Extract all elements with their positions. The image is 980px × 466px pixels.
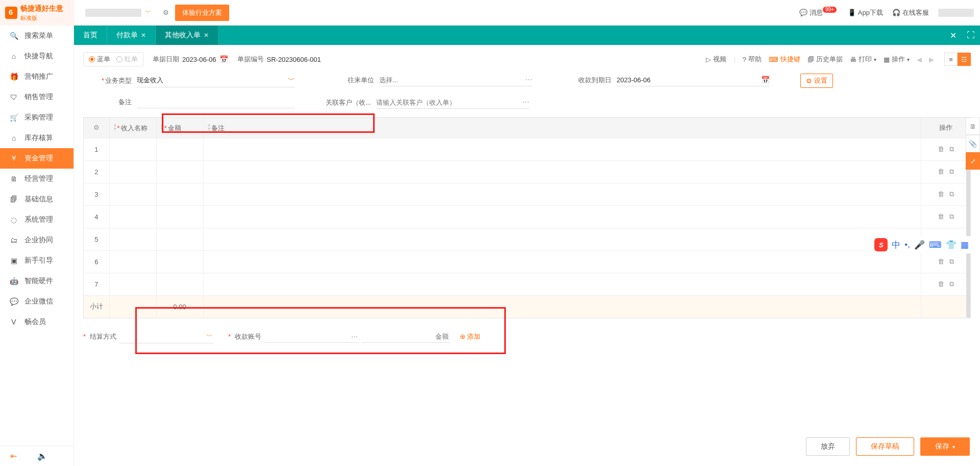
copy-icon[interactable]: ⧉ bbox=[949, 213, 954, 221]
nav-quick[interactable]: ⌂快捷导航 bbox=[0, 46, 74, 66]
nav-hardware[interactable]: 🤖智能硬件 bbox=[0, 271, 74, 291]
table-row[interactable]: 2🗑⧉ bbox=[84, 160, 970, 183]
nav-funds[interactable]: ￥资金管理 bbox=[0, 148, 74, 169]
table-row[interactable]: 5🗑⧉ bbox=[84, 228, 970, 250]
app-download-link[interactable]: 📱App下载 bbox=[848, 8, 883, 17]
copy-icon[interactable]: ⧉ bbox=[949, 145, 954, 153]
team-icon: 🗂 bbox=[9, 236, 18, 245]
company-selector[interactable]: ﹀ bbox=[80, 6, 157, 19]
calendar-icon[interactable]: 📅 bbox=[761, 76, 770, 84]
add-settlement-button[interactable]: ⊕添加 bbox=[460, 332, 480, 341]
radio-red[interactable]: 红单 bbox=[116, 55, 138, 64]
delete-icon[interactable]: 🗑 bbox=[938, 168, 944, 176]
rel-customer-input[interactable] bbox=[376, 99, 522, 106]
discard-button[interactable]: 放弃 bbox=[806, 437, 850, 456]
more-icon[interactable]: ⋯ bbox=[351, 333, 358, 340]
ime-punct-icon[interactable]: •, bbox=[904, 240, 910, 250]
history-link[interactable]: 🗐历史单据 bbox=[807, 55, 843, 64]
more-icon[interactable]: ⋯ bbox=[522, 98, 529, 106]
fullscreen-icon[interactable]: ⛶ bbox=[962, 31, 980, 40]
close-icon[interactable]: ✕ bbox=[141, 32, 146, 39]
settle-account-input[interactable] bbox=[265, 333, 351, 340]
shortcut-link[interactable]: ⌨快捷键 bbox=[769, 55, 800, 64]
sound-icon[interactable]: 🔈 bbox=[37, 451, 47, 461]
table-row[interactable]: 7🗑⧉ bbox=[84, 273, 970, 295]
delete-icon[interactable]: 🗑 bbox=[938, 190, 944, 198]
collapse-icon[interactable]: ⇤ bbox=[10, 451, 17, 461]
copy-icon[interactable]: ⧉ bbox=[949, 280, 954, 288]
close-icon[interactable]: ✕ bbox=[204, 32, 209, 39]
delete-icon[interactable]: 🗑 bbox=[938, 280, 944, 288]
table-row[interactable]: 1🗑⧉ bbox=[84, 138, 970, 160]
copy-icon[interactable]: ⧉ bbox=[949, 258, 954, 266]
settings-button[interactable]: ⚙设置 bbox=[800, 74, 833, 88]
ime-toolbox-icon[interactable]: ▦ bbox=[961, 240, 969, 250]
table-row[interactable]: 6🗑⧉ bbox=[84, 250, 970, 273]
calendar-icon[interactable]: 📅 bbox=[219, 55, 228, 63]
view-detail[interactable]: ☲ bbox=[958, 53, 971, 66]
help-link[interactable]: ?帮助 bbox=[743, 55, 762, 64]
nav-basic[interactable]: 🗐基础信息 bbox=[0, 189, 74, 209]
prev-icon[interactable]: ◀ bbox=[917, 56, 922, 63]
nav-ops[interactable]: 🗎经营管理 bbox=[0, 169, 74, 189]
ime-lang[interactable]: 中 bbox=[892, 239, 900, 251]
rail-expand-icon[interactable]: ⤢ bbox=[966, 152, 980, 170]
nav-coop[interactable]: 🗂企业协同 bbox=[0, 230, 74, 250]
delete-icon[interactable]: 🗑 bbox=[938, 258, 944, 266]
chevron-down-icon[interactable]: ﹀ bbox=[288, 76, 295, 85]
nav-guide[interactable]: ▣新手引导 bbox=[0, 250, 74, 271]
ime-keyboard-icon[interactable]: ⌨ bbox=[929, 240, 942, 250]
col-amount[interactable]: ▴▾*金额 bbox=[156, 118, 203, 138]
nav-purchase[interactable]: 🛒采购管理 bbox=[0, 107, 74, 128]
nav-search[interactable]: 🔍搜索菜单 bbox=[0, 26, 74, 46]
gear-icon[interactable]: ⚙ bbox=[93, 124, 100, 131]
video-link[interactable]: ▷视频 bbox=[706, 55, 726, 64]
save-button[interactable]: 保存▾ bbox=[920, 437, 970, 456]
nav-marketing[interactable]: 🎁营销推广 bbox=[0, 66, 74, 87]
nav-sales[interactable]: 🛡销售管理 bbox=[0, 87, 74, 107]
partner-input[interactable] bbox=[379, 76, 525, 84]
nav-wechat[interactable]: 💬企业微信 bbox=[0, 291, 74, 312]
table-row[interactable]: 4🗑⧉ bbox=[84, 205, 970, 228]
more-icon[interactable]: ⋯ bbox=[525, 76, 532, 84]
support-link[interactable]: 🎧在线客服 bbox=[892, 8, 929, 17]
save-draft-button[interactable]: 保存草稿 bbox=[856, 437, 914, 456]
rail-attach-icon[interactable]: 📎 bbox=[966, 135, 980, 152]
keyboard-icon: ⌨ bbox=[769, 56, 778, 63]
ime-skin-icon[interactable]: 👕 bbox=[946, 240, 957, 250]
bot-icon: 🤖 bbox=[9, 276, 18, 286]
chevron-down-icon[interactable]: ﹀ bbox=[206, 332, 213, 341]
nav-stock[interactable]: ⌂库存核算 bbox=[0, 128, 74, 148]
due-date-input[interactable] bbox=[617, 76, 761, 84]
delete-icon[interactable]: 🗑 bbox=[938, 213, 944, 221]
delete-icon[interactable]: 🗑 bbox=[938, 145, 944, 153]
view-list[interactable]: ≡ bbox=[944, 53, 958, 66]
col-income-name[interactable]: ▴▾*收入名称 bbox=[109, 118, 156, 138]
try-plan-button[interactable]: 体验行业方案 bbox=[175, 5, 229, 21]
nav-system[interactable]: ◌系统管理 bbox=[0, 209, 74, 230]
copy-icon[interactable]: ⧉ bbox=[949, 190, 954, 198]
rail-note-icon[interactable]: 🗎 bbox=[966, 118, 980, 135]
remark-input[interactable] bbox=[137, 98, 295, 106]
ime-mic-icon[interactable]: 🎤 bbox=[914, 240, 925, 250]
tab-other-income[interactable]: 其他收入单✕ bbox=[156, 26, 218, 45]
settle-method-input[interactable] bbox=[120, 333, 206, 340]
settle-amount-input[interactable] bbox=[363, 333, 449, 340]
tab-payment[interactable]: 付款单✕ bbox=[107, 26, 156, 45]
gear-icon[interactable]: ⚙ bbox=[163, 9, 169, 16]
radio-blue[interactable]: 蓝单 bbox=[89, 55, 110, 64]
copy-icon[interactable]: ⧉ bbox=[949, 168, 954, 176]
messages-link[interactable]: 💬 消息 99+ bbox=[799, 8, 839, 17]
biz-type-input[interactable] bbox=[137, 77, 288, 84]
ime-toolbar[interactable]: S 中 •, 🎤 ⌨ 👕 ▦ bbox=[872, 236, 971, 253]
col-remark[interactable]: ▴▾备注 bbox=[203, 118, 921, 138]
phone-icon: 📱 bbox=[848, 9, 856, 16]
next-icon[interactable]: ▶ bbox=[929, 56, 934, 63]
print-button[interactable]: 🖶打印▾ bbox=[850, 55, 876, 64]
tab-home[interactable]: 首页 bbox=[74, 26, 107, 45]
ops-button[interactable]: ▦操作▾ bbox=[884, 55, 910, 64]
close-all-icon[interactable]: ✕ bbox=[945, 31, 962, 40]
table-row[interactable]: 3🗑⧉ bbox=[84, 183, 970, 205]
nav-vip[interactable]: V畅会员 bbox=[0, 312, 74, 332]
user-name-masked bbox=[938, 9, 974, 17]
